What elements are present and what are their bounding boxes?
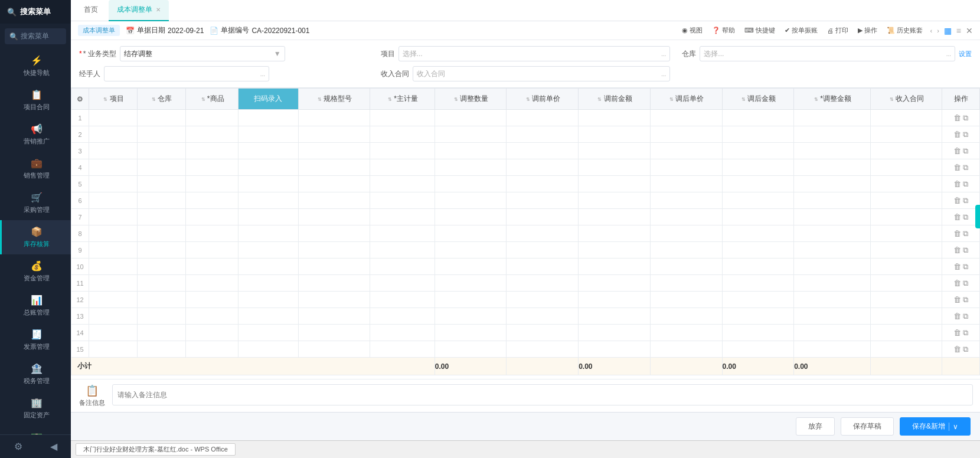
right-edge-indicator[interactable] xyxy=(975,205,980,228)
row-14-post-unit-price[interactable] xyxy=(650,325,722,341)
row-8-project[interactable] xyxy=(89,225,138,242)
row-9-post-amount[interactable] xyxy=(722,242,794,259)
row-6-scan[interactable] xyxy=(239,192,298,209)
row-15-pre-amount[interactable] xyxy=(579,341,651,358)
copy-icon-10[interactable]: ⧉ xyxy=(963,262,968,271)
row-15-adj-qty[interactable] xyxy=(435,341,507,358)
row-4-adj-qty[interactable] xyxy=(435,159,507,176)
row-2-adj-amount[interactable] xyxy=(794,126,870,143)
row-4-income-contract[interactable] xyxy=(870,159,942,176)
sidebar-search[interactable]: 🔍 搜索菜单 xyxy=(5,28,66,44)
row-12-spec[interactable] xyxy=(298,292,370,308)
row-7-scan[interactable] xyxy=(239,209,298,225)
row-10-adj-qty[interactable] xyxy=(435,259,507,275)
row-6-adj-amount[interactable] xyxy=(794,192,870,209)
row-4-unit[interactable] xyxy=(370,159,435,176)
col-scan-input[interactable]: 扫码录入 xyxy=(239,89,298,110)
row-1-warehouse[interactable] xyxy=(137,110,185,126)
nav-next-btn[interactable]: › xyxy=(937,27,939,34)
row-7-project[interactable] xyxy=(89,209,138,225)
income-contract-dots[interactable]: ... xyxy=(661,71,666,77)
delete-icon-10[interactable]: 🗑 xyxy=(953,262,961,271)
row-12-post-amount[interactable] xyxy=(722,292,794,308)
row-11-post-amount[interactable] xyxy=(722,275,794,292)
row-5-post-unit-price[interactable] xyxy=(650,176,722,192)
row-15-warehouse[interactable] xyxy=(137,341,185,358)
row-5-unit[interactable] xyxy=(370,176,435,192)
tab-cost-adjust[interactable]: 成本调整单 ✕ xyxy=(109,0,169,21)
row-8-pre-unit-price[interactable] xyxy=(507,225,579,242)
row-6-warehouse[interactable] xyxy=(137,192,185,209)
sidebar-item-tax-mgmt[interactable]: 🏦税务管理 xyxy=(0,357,71,391)
row-8-spec[interactable] xyxy=(298,225,370,242)
row-13-pre-amount[interactable] xyxy=(579,308,651,325)
row-4-post-amount[interactable] xyxy=(722,159,794,176)
row-2-pre-unit-price[interactable] xyxy=(507,126,579,143)
row-8-adj-qty[interactable] xyxy=(435,225,507,242)
row-14-pre-unit-price[interactable] xyxy=(507,325,579,341)
row-13-scan[interactable] xyxy=(239,308,298,325)
row-5-income-contract[interactable] xyxy=(870,176,942,192)
copy-icon-3[interactable]: ⧉ xyxy=(963,146,968,155)
row-8-post-unit-price[interactable] xyxy=(650,225,722,242)
row-7-adj-amount[interactable] xyxy=(794,209,870,225)
copy-icon-2[interactable]: ⧉ xyxy=(963,130,968,139)
row-13-post-unit-price[interactable] xyxy=(650,308,722,325)
copy-icon-1[interactable]: ⧉ xyxy=(963,113,968,122)
row-15-project[interactable] xyxy=(89,341,138,358)
row-5-adj-qty[interactable] xyxy=(435,176,507,192)
row-9-adj-amount[interactable] xyxy=(794,242,870,259)
row-10-project[interactable] xyxy=(89,259,138,275)
row-6-post-unit-price[interactable] xyxy=(650,192,722,209)
row-14-scan[interactable] xyxy=(239,325,298,341)
row-14-income-contract[interactable] xyxy=(870,325,942,341)
discard-button[interactable]: 放弃 xyxy=(796,417,835,436)
row-4-spec[interactable] xyxy=(298,159,370,176)
row-15-pre-unit-price[interactable] xyxy=(507,341,579,358)
row-12-adj-qty[interactable] xyxy=(435,292,507,308)
row-6-unit[interactable] xyxy=(370,192,435,209)
delete-icon-6[interactable]: 🗑 xyxy=(953,196,961,205)
history-btn[interactable]: 📜 历史账套 xyxy=(884,25,925,36)
sidebar-item-asset-mgmt[interactable]: 🏢固定资产 xyxy=(0,391,71,426)
row-10-unit[interactable] xyxy=(370,259,435,275)
row-14-unit[interactable] xyxy=(370,325,435,341)
row-13-project[interactable] xyxy=(89,308,138,325)
sidebar-item-sales-promo[interactable]: 📢营销推广 xyxy=(0,117,71,152)
row-10-pre-amount[interactable] xyxy=(579,259,651,275)
row-8-adj-amount[interactable] xyxy=(794,225,870,242)
row-8-scan[interactable] xyxy=(239,225,298,242)
date-value[interactable]: 2022-09-21 xyxy=(168,27,204,35)
warehouse-input[interactable]: 选择... ... xyxy=(700,46,955,61)
copy-icon-5[interactable]: ⧉ xyxy=(963,179,968,188)
sidebar-item-invoice-mgmt[interactable]: 🧾发票管理 xyxy=(0,323,71,357)
row-1-unit[interactable] xyxy=(370,110,435,126)
sidebar-item-inventory[interactable]: 📦库存核算 xyxy=(0,220,71,254)
project-input[interactable]: 选择... ... xyxy=(398,46,671,61)
row-14-spec[interactable] xyxy=(298,325,370,341)
row-13-unit[interactable] xyxy=(370,308,435,325)
row-5-pre-unit-price[interactable] xyxy=(507,176,579,192)
row-8-warehouse[interactable] xyxy=(137,225,185,242)
tab-close-icon[interactable]: ✕ xyxy=(156,6,161,13)
delete-icon-7[interactable]: 🗑 xyxy=(953,212,961,221)
row-12-warehouse[interactable] xyxy=(137,292,185,308)
save-new-button[interactable]: 保存&新增 ∨ xyxy=(900,417,971,436)
delete-icon-14[interactable]: 🗑 xyxy=(953,328,961,337)
row-14-adj-qty[interactable] xyxy=(435,325,507,341)
row-5-scan[interactable] xyxy=(239,176,298,192)
delete-icon-15[interactable]: 🗑 xyxy=(953,345,961,354)
row-15-income-contract[interactable] xyxy=(870,341,942,358)
row-13-adj-amount[interactable] xyxy=(794,308,870,325)
row-4-pre-amount[interactable] xyxy=(579,159,651,176)
row-11-income-contract[interactable] xyxy=(870,275,942,292)
delete-icon-4[interactable]: 🗑 xyxy=(953,163,961,172)
row-14-project[interactable] xyxy=(89,325,138,341)
row-2-spec[interactable] xyxy=(298,126,370,143)
sidebar-item-ledger-mgmt[interactable]: 📊总账管理 xyxy=(0,289,71,323)
row-13-spec[interactable] xyxy=(298,308,370,325)
row-1-post-amount[interactable] xyxy=(722,110,794,126)
row-11-post-unit-price[interactable] xyxy=(650,275,722,292)
row-14-pre-amount[interactable] xyxy=(579,325,651,341)
row-9-income-contract[interactable] xyxy=(870,242,942,259)
